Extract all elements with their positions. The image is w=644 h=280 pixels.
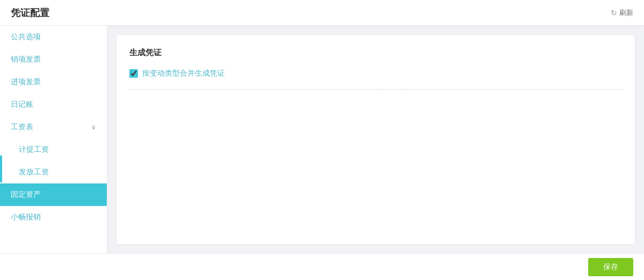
refresh-label: 刷新 [619,8,633,18]
save-button[interactable]: 保存 [588,258,633,276]
section-divider [129,89,622,90]
sidebar-item-payroll-table[interactable]: 工资表 ∨ [0,116,107,138]
content-panel: 生成凭证 按变动类型合并生成凭证 [116,34,635,245]
merge-by-type-checkbox[interactable] [129,69,138,78]
left-edge-indicator [0,156,2,182]
refresh-icon: ↻ [611,9,617,17]
sidebar-item-purchase-invoice[interactable]: 进项发票 [0,71,107,93]
checkbox-label[interactable]: 按变动类型合并生成凭证 [142,69,225,78]
sidebar-item-fixed-assets[interactable]: 固定资产 [0,183,107,206]
page-title: 凭证配置 [11,6,49,19]
sidebar-item-label: 计提工资 [19,145,49,154]
section-title: 生成凭证 [129,48,622,58]
sidebar-item-expense-report[interactable]: 小畅报销 [0,206,107,229]
sidebar-item-label: 公共选项 [11,32,41,42]
sidebar-item-sales-invoice[interactable]: 销项发票 [0,48,107,71]
sidebar-item-commission-wage[interactable]: 计提工资 [0,138,107,161]
top-bar: 凭证配置 ↻ 刷新 [0,0,644,26]
sidebar-item-payout-wage[interactable]: 发放工资 [0,161,107,183]
sidebar-item-journal[interactable]: 日记账 [0,93,107,116]
sidebar-item-label: 发放工资 [19,167,49,177]
sidebar-item-public-options[interactable]: 公共选项 [0,26,107,48]
sidebar-item-label: 固定资产 [11,190,41,200]
sidebar: 公共选项 销项发票 进项发票 日记账 工资表 ∨ 计提工资 发放工资 固定资 [0,26,107,253]
sidebar-item-label: 小畅报销 [11,212,41,222]
checkbox-row: 按变动类型合并生成凭证 [129,69,622,78]
sidebar-item-label: 日记账 [11,100,33,109]
sidebar-item-label: 进项发票 [11,77,41,87]
bottom-bar: 保存 [0,253,644,280]
main-content: 公共选项 销项发票 进项发票 日记账 工资表 ∨ 计提工资 发放工资 固定资 [0,26,644,253]
sidebar-item-label: 工资表 [11,122,33,132]
refresh-button[interactable]: ↻ 刷新 [611,8,633,18]
sidebar-item-label: 销项发票 [11,55,41,64]
chevron-down-icon: ∨ [91,123,96,131]
